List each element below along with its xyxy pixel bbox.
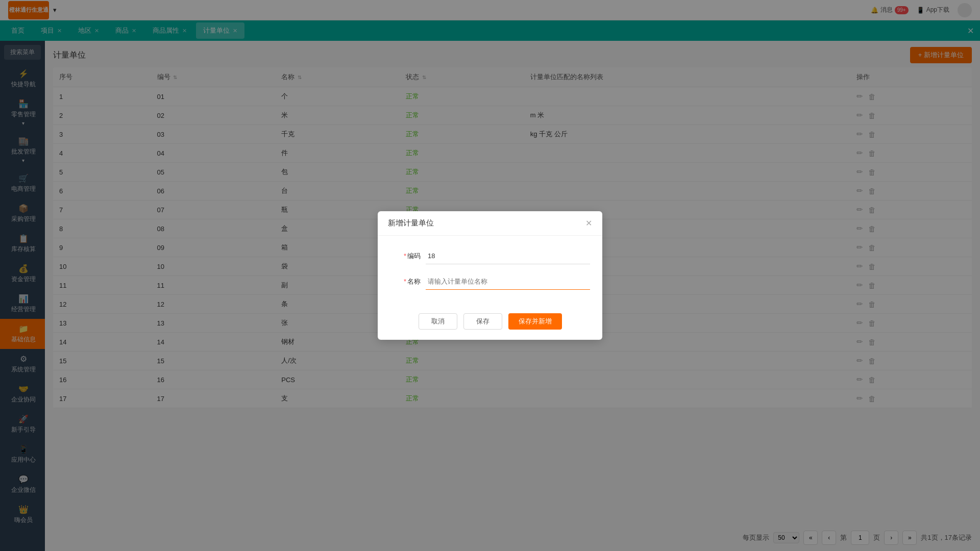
- modal-body: *编码 *名称: [378, 236, 602, 307]
- save-and-new-btn[interactable]: 保存并新增: [508, 313, 562, 330]
- form-row-code: *编码: [390, 248, 590, 264]
- add-measure-unit-modal: 新增计量单位 ✕ *编码 *名称 取消 保存 保存并新增: [378, 211, 602, 340]
- modal-title: 新增计量单位: [388, 218, 434, 228]
- modal-footer: 取消 保存 保存并新增: [378, 307, 602, 340]
- form-row-name: *名称: [390, 273, 590, 290]
- modal-header: 新增计量单位 ✕: [378, 211, 602, 236]
- modal-close-btn[interactable]: ✕: [585, 218, 592, 228]
- code-input[interactable]: [426, 248, 590, 264]
- code-label: *编码: [390, 252, 421, 261]
- name-input[interactable]: [426, 273, 590, 290]
- modal-overlay[interactable]: 新增计量单位 ✕ *编码 *名称 取消 保存 保存并新增: [0, 0, 980, 551]
- name-label: *名称: [390, 277, 421, 286]
- save-btn[interactable]: 保存: [463, 313, 502, 330]
- cancel-btn[interactable]: 取消: [419, 313, 457, 330]
